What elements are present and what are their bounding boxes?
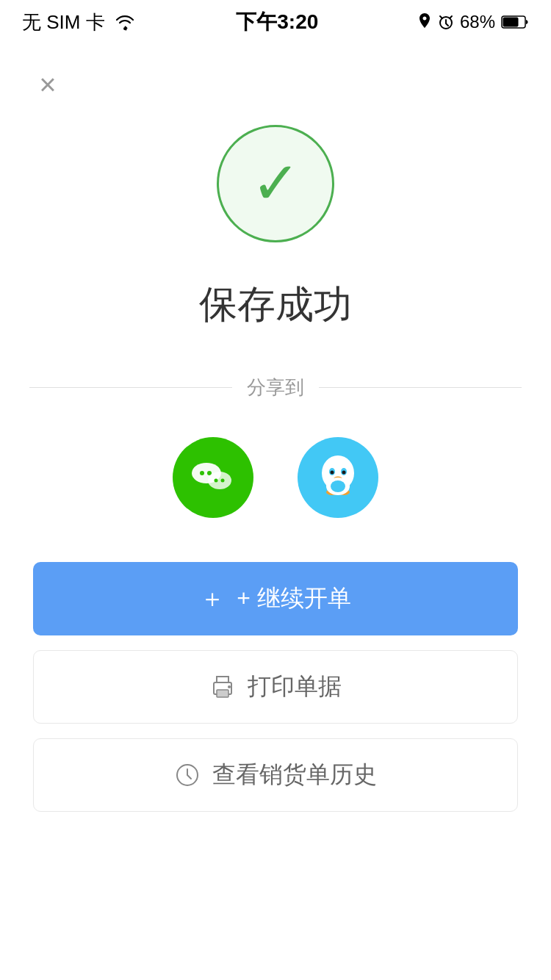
wifi-icon [112, 13, 137, 31]
svg-point-22 [228, 685, 231, 688]
print-icon [209, 674, 236, 700]
svg-point-8 [215, 479, 218, 483]
main-content: ✓ 保存成功 分享到 [0, 81, 551, 980]
battery-icon [501, 15, 529, 29]
checkmark-icon: ✓ [251, 154, 300, 213]
close-button[interactable]: × [29, 66, 66, 103]
battery-text: 68% [460, 12, 495, 32]
svg-point-7 [208, 472, 231, 489]
status-bar: 无 SIM 卡 下午3:20 68% [0, 0, 551, 44]
svg-point-14 [342, 471, 346, 475]
wechat-icon [189, 457, 237, 498]
svg-rect-3 [503, 18, 518, 27]
close-icon: × [39, 70, 56, 99]
share-icons [173, 437, 378, 518]
qq-share-button[interactable] [298, 437, 378, 518]
status-left: 无 SIM 卡 [22, 10, 137, 35]
continue-label: + 继续开单 [237, 583, 351, 615]
divider-line-right [319, 387, 522, 388]
success-circle: ✓ [217, 125, 334, 242]
history-icon [174, 762, 201, 788]
success-title: 保存成功 [199, 279, 352, 331]
divider-line-left [29, 387, 232, 388]
continue-button[interactable]: ＋ + 继续开单 [33, 562, 518, 635]
status-time: 下午3:20 [236, 8, 318, 36]
svg-rect-21 [217, 690, 228, 697]
history-label: 查看销货单历史 [212, 759, 377, 791]
plus-icon: ＋ [200, 582, 225, 616]
share-divider: 分享到 [0, 375, 551, 400]
wechat-share-button[interactable] [173, 437, 253, 518]
svg-point-0 [123, 27, 126, 30]
share-label: 分享到 [232, 375, 319, 400]
history-button[interactable]: 查看销货单历史 [33, 738, 518, 812]
alarm-icon [438, 13, 454, 31]
location-icon [417, 13, 432, 31]
svg-point-5 [200, 471, 204, 475]
no-sim-text: 无 SIM 卡 [22, 10, 105, 35]
svg-point-9 [221, 479, 225, 483]
qq-icon [314, 453, 361, 502]
status-right: 68% [417, 12, 529, 32]
share-section: 分享到 [0, 375, 551, 518]
svg-point-12 [331, 471, 334, 475]
print-button[interactable]: 打印单据 [33, 650, 518, 724]
svg-point-19 [331, 480, 345, 492]
print-label: 打印单据 [248, 671, 342, 703]
action-buttons: ＋ + 继续开单 打印单据 查看销货单历史 [33, 562, 518, 812]
